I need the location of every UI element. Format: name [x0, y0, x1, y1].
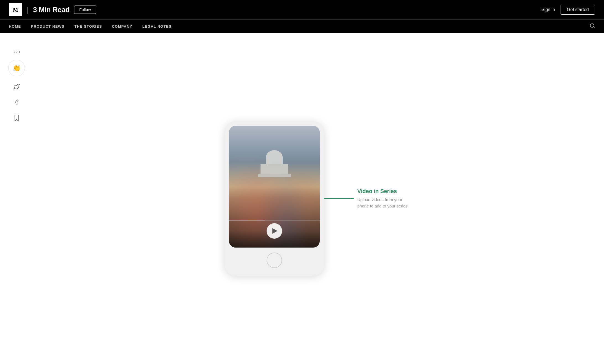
bookmark-icon[interactable]	[12, 113, 22, 123]
annotation-wrapper: Video in Series Upload videos from your …	[324, 188, 413, 209]
annotation-text-block: Video in Series Upload videos from your …	[357, 188, 413, 209]
center-content: Video in Series Upload videos from your …	[33, 33, 604, 364]
phone-image	[229, 126, 320, 248]
clap-button[interactable]: 👏	[8, 60, 25, 76]
clap-icon: 👏	[12, 64, 21, 72]
left-sidebar: 720 👏	[0, 33, 33, 364]
nav-item-legal-notes[interactable]: LEGAL NOTES	[142, 24, 171, 28]
header-divider: |	[27, 5, 28, 14]
progress-filled	[229, 220, 265, 220]
clap-count: 720	[13, 50, 20, 54]
medium-logo: M	[9, 3, 22, 16]
phone-home-button[interactable]	[267, 253, 282, 268]
play-triangle-icon	[272, 228, 277, 234]
publication-title: 3 Min Read	[33, 6, 69, 14]
annotation-description: Upload videos from your phone to add to …	[357, 197, 413, 209]
header-right: Sign in Get started	[541, 5, 595, 15]
progress-line	[229, 220, 320, 220]
capitol-dome	[266, 150, 283, 164]
follow-button[interactable]: Follow	[74, 6, 96, 14]
nav-bar: HOME PRODUCT NEWS THE STORIES COMPANY LE…	[0, 19, 604, 33]
capitol-body	[261, 164, 288, 174]
svg-line-1	[593, 27, 595, 28]
capitol-steps	[258, 174, 291, 177]
header-left: M | 3 Min Read Follow	[9, 3, 96, 16]
nav-item-product-news[interactable]: PRODUCT NEWS	[31, 24, 64, 28]
nav-item-the-stories[interactable]: THE STORIES	[74, 24, 102, 28]
phone-mockup	[225, 121, 324, 276]
phone-screen	[229, 126, 320, 248]
svg-point-3	[351, 198, 354, 199]
twitter-icon[interactable]	[12, 82, 22, 92]
phone-home-area	[229, 248, 320, 271]
play-button-container	[229, 220, 320, 248]
header: M | 3 Min Read Follow Sign in Get starte…	[0, 0, 604, 19]
annotation-title: Video in Series	[357, 188, 413, 194]
search-icon[interactable]	[590, 23, 595, 30]
main-content: 720 👏	[0, 33, 604, 364]
logo-letter: M	[13, 7, 18, 13]
get-started-button[interactable]: Get started	[561, 5, 595, 15]
nav-item-home[interactable]: HOME	[9, 24, 21, 28]
annotation-connector-line	[324, 198, 357, 199]
nav-item-company[interactable]: COMPANY	[112, 24, 132, 28]
capitol-building	[258, 150, 291, 178]
sign-in-link[interactable]: Sign in	[541, 7, 555, 12]
facebook-icon[interactable]	[12, 97, 22, 107]
play-button[interactable]	[267, 223, 282, 239]
